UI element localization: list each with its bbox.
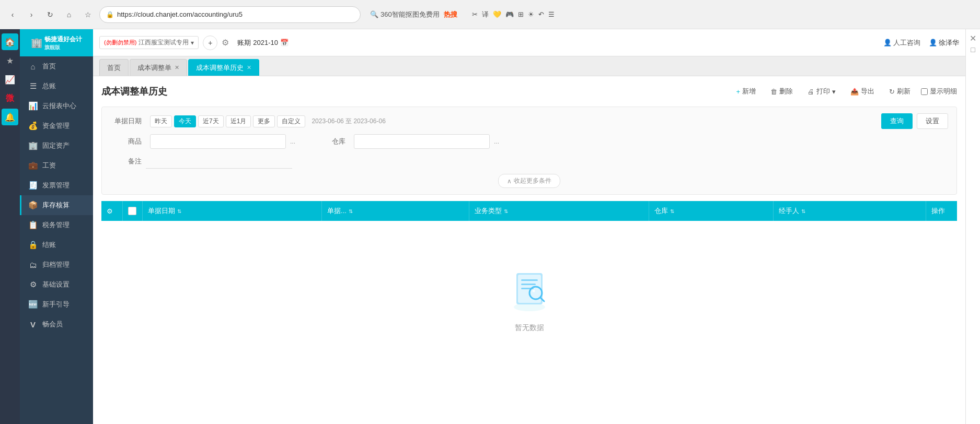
th-number[interactable]: 单据... ⇅ [322,201,469,221]
th-warehouse[interactable]: 仓库 ⇅ [649,201,773,221]
sidebar-label-ledger: 总账 [42,81,56,91]
icon-rail-notification[interactable]: 🔔 [2,109,18,125]
right-panel-close[interactable]: ✕ [970,33,976,43]
goods-input[interactable] [150,134,286,149]
remark-input[interactable] [146,154,292,169]
sidebar-item-fixed-assets[interactable]: 🏢 固定资产 [20,136,93,156]
goods-more-btn[interactable]: ... [290,138,295,145]
date-range-text: 2023-06-06 至 2023-06-06 [312,117,385,126]
print-button[interactable]: 🖨 打印 ▾ [803,85,840,98]
bookmark-button[interactable]: ☆ [80,7,95,22]
tab-cost-adjust-history-close[interactable]: ✕ [247,64,251,71]
sidebar-item-funds[interactable]: 💰 资金管理 [20,116,93,136]
date-shortcuts: 昨天 今天 近7天 近1月 更多 自定义 2023-06-06 至 2023-0… [150,115,386,127]
tab-cost-adjust-history[interactable]: 成本调整单历史 ✕ [188,59,259,76]
th-biz-type-label: 业务类型 [475,206,502,216]
sidebar-label-reports: 云报表中心 [42,101,76,111]
remark-filter-row: 备注 [110,154,948,169]
delete-button[interactable]: 🗑 删除 [766,85,797,98]
query-button[interactable]: 查询 [881,113,913,129]
show-detail-toggle[interactable]: 显示明细 [921,87,957,96]
icon-rail-app[interactable]: 🏠 [2,33,18,50]
sidebar-item-vip[interactable]: V 畅会员 [20,314,93,334]
app-version: 旗舰版 [44,44,82,51]
tab-cost-adjust[interactable]: 成本调整单 ✕ [130,59,187,76]
search-tool[interactable]: 🔍 360智能抠图免费用 [370,10,440,19]
settings-gear-icon[interactable]: ⚙ [222,38,229,48]
menu-tool[interactable]: ☰ [548,10,555,18]
th-warehouse-label: 仓库 [654,206,668,216]
home-browser-button[interactable]: ⌂ [62,7,76,22]
today-btn[interactable]: 今天 [174,115,196,127]
calendar-icon[interactable]: 📅 [280,39,289,46]
sidebar-item-closing[interactable]: 🔒 结账 [20,235,93,255]
add-button[interactable]: + 新增 [732,85,760,98]
scissors-tool[interactable]: ✂ [472,10,478,18]
icon-rail-star[interactable]: ★ [2,52,18,69]
sidebar-item-guide[interactable]: 🆕 新手引导 [20,295,93,314]
empty-text: 暂无数据 [515,323,544,333]
select-all-checkbox[interactable] [128,207,136,215]
warehouse-more-btn[interactable]: ... [494,138,499,145]
sidebar-item-general-ledger[interactable]: ☰ 总账 [20,76,93,96]
address-bar[interactable]: 🔒 https://cloud.chanjet.com/accounting/u… [99,6,361,23]
sidebar-item-home[interactable]: ⌂ 首页 [20,56,93,76]
sidebar-item-archive[interactable]: 🗂 归档管理 [20,255,93,275]
export-button[interactable]: 📤 导出 [846,85,879,98]
sidebar-item-payroll[interactable]: 💼 工资 [20,156,93,175]
translate-tool[interactable]: 译 [482,10,489,19]
grid-tool[interactable]: ⊞ [518,10,524,18]
collapse-bar: ∧ 收起更多条件 [110,174,948,188]
gear-icon[interactable]: ⚙ [107,207,113,215]
user-profile[interactable]: 👤 徐泽华 [929,38,959,48]
icon-rail-weibo[interactable]: 微 [2,90,18,107]
sidebar-label-archive: 归档管理 [42,260,70,269]
app-name: 畅捷通好会计 [44,35,82,44]
th-gear[interactable]: ⚙ [101,201,122,221]
company-selector[interactable]: (勿删勿禁用) 江西服宝测试专用 ▾ [99,36,199,49]
undo-tool[interactable]: ↶ [538,10,544,18]
collapse-button[interactable]: ∧ 收起更多条件 [498,174,560,188]
payroll-icon: 💼 [28,161,38,170]
yesterday-btn[interactable]: 昨天 [150,115,172,127]
show-detail-checkbox[interactable] [921,88,928,95]
period-label: 账期 [237,38,251,48]
7days-btn[interactable]: 近7天 [198,115,224,127]
sidebar-label-settings: 基础设置 [42,280,70,289]
sidebar-item-inventory[interactable]: 📦 库存核算 [20,195,93,215]
game-tool[interactable]: 🎮 [505,10,514,18]
1month-btn[interactable]: 近1月 [226,115,251,127]
sidebar-item-tax[interactable]: 📋 税务管理 [20,215,93,235]
th-handler[interactable]: 经手人 ⇅ [774,201,926,221]
sidebar-item-invoice[interactable]: 🧾 发票管理 [20,175,93,195]
service-label: 人工咨询 [893,38,920,48]
company-dropdown-icon: ▾ [191,39,194,46]
brightness-tool[interactable]: ☀ [528,10,534,18]
th-date[interactable]: 单据日期 ⇅ [142,201,322,221]
sidebar-item-reports[interactable]: 📊 云报表中心 [20,96,93,116]
forward-button[interactable]: › [24,7,39,22]
refresh-button[interactable]: ↻ [43,7,57,22]
more-btn[interactable]: 更多 [253,115,275,127]
period-info: 账期 2021-10 📅 [237,38,289,48]
custom-btn[interactable]: 自定义 [277,115,305,127]
icon-rail-chart[interactable]: 📈 [2,71,18,88]
service-button[interactable]: 👤 人工咨询 [883,38,920,48]
warehouse-filter-label: 仓库 [314,137,345,146]
add-company-button[interactable]: + [203,36,217,50]
refresh-label: 刷新 [897,87,910,96]
wallet-tool[interactable]: 💛 [493,10,501,18]
tab-cost-adjust-close[interactable]: ✕ [175,64,179,71]
empty-icon [503,263,556,315]
refresh-button[interactable]: ↻ 刷新 [885,85,915,98]
sidebar-label-closing: 结账 [42,240,56,250]
th-biz-type[interactable]: 业务类型 ⇅ [469,201,649,221]
tab-home[interactable]: 首页 [99,59,129,76]
th-checkbox[interactable] [122,201,142,221]
back-button[interactable]: ‹ [5,7,20,22]
refresh-icon: ↻ [889,88,895,96]
filter-settings-btn[interactable]: 设置 [917,113,948,129]
right-panel-collapse[interactable]: □ [971,45,975,54]
warehouse-input[interactable] [354,134,490,149]
sidebar-item-settings[interactable]: ⚙ 基础设置 [20,275,93,295]
